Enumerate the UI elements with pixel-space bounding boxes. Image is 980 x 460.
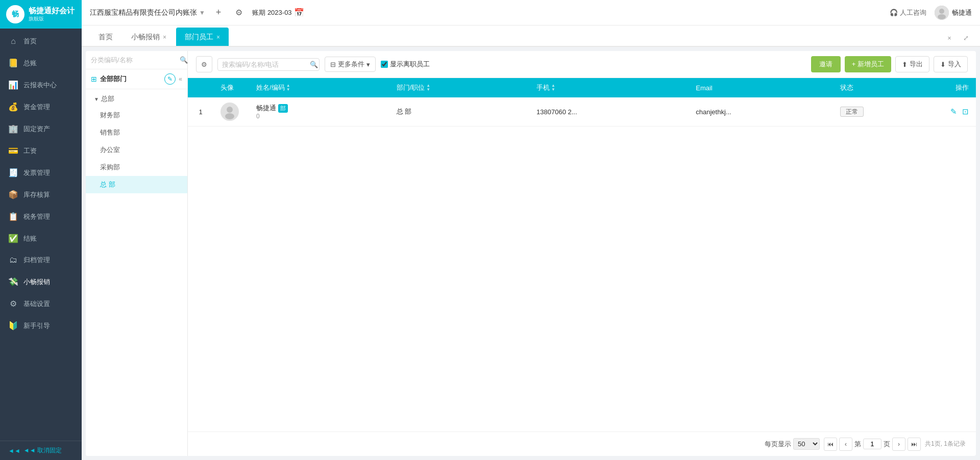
col-name-label: 姓名/编码 xyxy=(256,83,285,92)
sidebar-item-closing[interactable]: ✅ 结账 xyxy=(0,227,82,249)
col-status: 状态 xyxy=(833,78,915,97)
period-value: 2023-03 xyxy=(267,9,292,16)
period-label: 账期 xyxy=(252,8,265,17)
tab-dept-label: 部门员工 xyxy=(185,33,213,42)
dept-item-purchase[interactable]: 采购部 xyxy=(86,159,187,176)
cancel-pin-button[interactable]: ◄◄ ◄◄ 取消固定 xyxy=(0,441,82,460)
tab-expense-close[interactable]: × xyxy=(163,34,166,41)
tab-home[interactable]: 首页 xyxy=(90,28,121,46)
employee-table: 头像 姓名/编码 ▲▼ 部门/职位 ▲▼ xyxy=(188,78,976,126)
prev-page-button[interactable]: ‹ xyxy=(839,438,852,451)
reports-icon: 📊 xyxy=(8,80,18,90)
per-page-select[interactable]: 10 20 50 100 xyxy=(793,438,820,450)
app-logo-text-group: 畅捷通好会计 旗舰版 xyxy=(29,6,75,22)
dept-root-label: 总部 xyxy=(101,94,114,104)
dept-item-root[interactable]: ▼ 总部 xyxy=(86,91,187,107)
search-icon[interactable]: 🔍 xyxy=(310,61,318,68)
svg-point-2 xyxy=(938,14,946,19)
sidebar-logo: 畅 畅捷通好会计 旗舰版 xyxy=(0,0,82,29)
dept-item-general[interactable]: 总 部 xyxy=(86,176,187,193)
show-resigned-input[interactable] xyxy=(381,61,388,68)
app-logo-sub: 旗舰版 xyxy=(29,15,75,22)
col-dept-label: 部门/职位 xyxy=(397,83,425,92)
employee-name: 畅捷通 xyxy=(256,104,276,113)
sidebar-item-invoice[interactable]: 🧾 发票管理 xyxy=(0,162,82,184)
tab-dept-close[interactable]: × xyxy=(216,34,220,41)
sidebar-item-expense[interactable]: 💸 小畅报销 xyxy=(0,271,82,293)
next-page-button[interactable]: › xyxy=(892,438,905,451)
sidebar-label-inventory: 库存核算 xyxy=(23,190,50,199)
sidebar-item-guide[interactable]: 🔰 新手引导 xyxy=(0,315,82,337)
dept-edit-button[interactable]: ✎ xyxy=(164,73,176,85)
employee-toolbar: ⚙ 🔍 ⊟ 更多条件 ▾ 显示离职员工 邀请 + 新增员工 xyxy=(188,51,976,78)
sidebar-label-expense: 小畅报销 xyxy=(23,277,50,287)
col-phone[interactable]: 手机 ▲▼ xyxy=(529,78,689,97)
svg-point-5 xyxy=(225,113,234,119)
sidebar-label-closing: 结账 xyxy=(23,234,37,243)
cancel-pin-label: ◄◄ 取消固定 xyxy=(23,446,62,455)
sidebar-label-funds: 资金管理 xyxy=(23,103,50,112)
tab-expense[interactable]: 小畅报销 × xyxy=(122,28,175,46)
collapse-icon[interactable]: « xyxy=(179,75,182,83)
dept-item-sales[interactable]: 销售部 xyxy=(86,124,187,141)
edit-employee-button[interactable]: ✎ xyxy=(950,107,957,116)
sidebar-item-inventory[interactable]: 📦 库存核算 xyxy=(0,184,82,206)
main-area: 江西服宝精品有限责任公司内账张 ▼ + ⚙ 账期 2023-03 📅 🎧 人工咨… xyxy=(82,0,980,460)
sidebar-item-reports[interactable]: 📊 云报表中心 xyxy=(0,74,82,96)
tab-dept[interactable]: 部门员工 × xyxy=(176,28,229,46)
expand-tab-button[interactable]: ⤢ xyxy=(960,32,972,44)
sidebar-item-archive[interactable]: 🗂 归档管理 xyxy=(0,249,82,271)
sidebar-item-ledger[interactable]: 📒 总账 xyxy=(0,52,82,74)
headset-icon: 🎧 xyxy=(890,9,898,16)
close-tab-button[interactable]: × xyxy=(943,32,955,44)
more-filters-button[interactable]: ⊟ 更多条件 ▾ xyxy=(325,57,376,72)
ledger-icon: 📒 xyxy=(8,58,18,68)
col-dept[interactable]: 部门/职位 ▲▼ xyxy=(389,78,530,97)
sidebar-item-assets[interactable]: 🏢 固定资产 xyxy=(0,118,82,140)
cell-index: 1 xyxy=(188,97,213,126)
sidebar-item-tax[interactable]: 📋 税务管理 xyxy=(0,206,82,227)
col-name[interactable]: 姓名/编码 ▲▼ xyxy=(249,78,389,97)
pagination: 每页显示 10 20 50 100 ⏮ ‹ 第 页 › ⏭ xyxy=(188,431,976,456)
all-dept-header[interactable]: ⊞ 全部部门 ✎ « xyxy=(86,69,187,89)
page-suffix: 页 xyxy=(884,440,890,449)
app-logo-text: 畅捷通好会计 xyxy=(29,6,75,15)
import-button[interactable]: ⬇ 导入 xyxy=(934,56,968,72)
dept-badge: 部 xyxy=(278,104,288,113)
cell-status: 正常 xyxy=(833,97,915,126)
search-icon[interactable]: 🔍 xyxy=(180,56,188,64)
settings-gear-button[interactable]: ⚙ xyxy=(232,6,246,20)
show-resigned-checkbox[interactable]: 显示离职员工 xyxy=(381,60,430,69)
sidebar-item-salary[interactable]: 💳 工资 xyxy=(0,140,82,162)
cell-action: ✎ ⊡ xyxy=(915,97,976,126)
user-menu[interactable]: 畅捷通 xyxy=(935,6,972,20)
grid-icon: ⊞ xyxy=(91,75,97,83)
logout-employee-button[interactable]: ⊡ xyxy=(962,107,969,116)
invite-button[interactable]: 邀请 xyxy=(811,56,841,72)
add-employee-button[interactable]: + 新增员工 xyxy=(845,56,891,72)
export-button[interactable]: ⬆ 导出 xyxy=(895,56,929,72)
settings-icon: ⚙ xyxy=(8,299,18,309)
dept-item-finance[interactable]: 财务部 xyxy=(86,107,187,124)
toolbar-right-actions: 邀请 + 新增员工 ⬆ 导出 ⬇ 导入 xyxy=(811,56,968,72)
employee-search-input[interactable] xyxy=(222,61,308,68)
cell-name: 畅捷通 部 0 xyxy=(249,97,389,126)
filter-chevron-icon: ▾ xyxy=(366,61,370,68)
dept-tree: ▼ 总部 财务部 销售部 办公室 采购部 总 部 xyxy=(86,89,187,456)
sidebar-item-settings[interactable]: ⚙ 基础设置 xyxy=(0,293,82,315)
sidebar: 畅 畅捷通好会计 旗舰版 ⌂ 首页 📒 总账 📊 云报表中心 💰 资金管理 🏢 … xyxy=(0,0,82,460)
company-selector[interactable]: 江西服宝精品有限责任公司内账张 ▼ xyxy=(90,8,205,17)
dept-search-input[interactable] xyxy=(91,56,177,64)
sidebar-item-funds[interactable]: 💰 资金管理 xyxy=(0,96,82,118)
column-settings-button[interactable]: ⚙ xyxy=(196,56,212,72)
sidebar-item-home[interactable]: ⌂ 首页 xyxy=(0,31,82,52)
tax-icon: 📋 xyxy=(8,212,18,221)
page-number-input[interactable] xyxy=(863,439,881,449)
dept-item-office[interactable]: 办公室 xyxy=(86,141,187,159)
support-button[interactable]: 🎧 人工咨询 xyxy=(890,8,926,17)
per-page-selector: 每页显示 10 20 50 100 xyxy=(765,438,820,450)
add-company-button[interactable]: + xyxy=(211,6,226,20)
calendar-icon[interactable]: 📅 xyxy=(294,8,304,17)
first-page-button[interactable]: ⏮ xyxy=(824,438,837,451)
last-page-button[interactable]: ⏭ xyxy=(908,438,921,451)
